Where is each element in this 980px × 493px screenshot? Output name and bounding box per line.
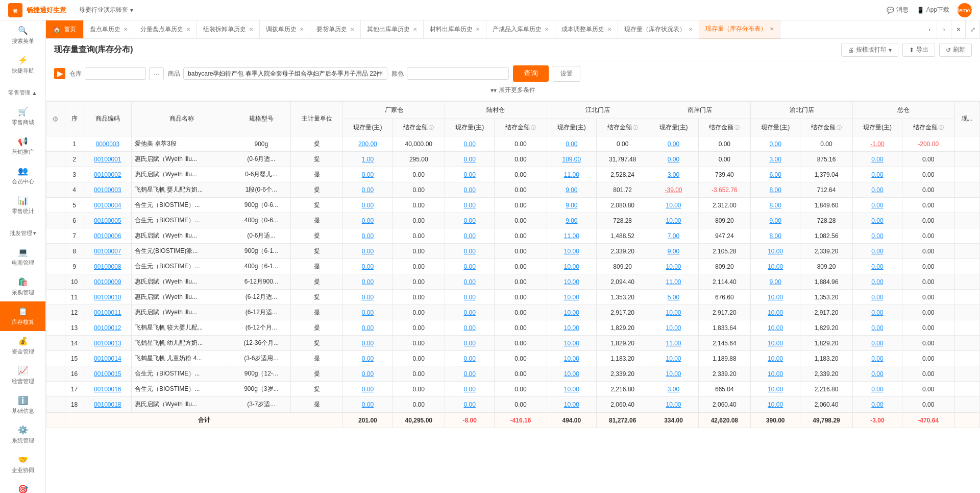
td-jiangbei-qty[interactable]: 10.00	[547, 397, 596, 413]
td-total-qty[interactable]: 0.00	[852, 320, 902, 336]
td-total-qty[interactable]: 0.00	[852, 228, 902, 244]
export-btn[interactable]: ⬆ 导出	[902, 43, 935, 57]
td-total-qty[interactable]: 0.00	[852, 259, 902, 274]
td-lucunCun-qty[interactable]: 0.00	[445, 167, 495, 182]
td-changjiaCun-qty[interactable]: 0.00	[343, 244, 393, 259]
td-total-qty[interactable]: 0.00	[852, 305, 902, 320]
td-jiangbei-qty[interactable]: 10.00	[547, 320, 596, 336]
td-nanan-qty[interactable]: 5.00	[649, 290, 698, 305]
sidebar-item-ecommerce[interactable]: 💻 电商管理	[0, 242, 45, 272]
tab-next-btn[interactable]: ›	[937, 20, 951, 39]
tab-close-5[interactable]: ✕	[350, 27, 354, 32]
tab-prev-btn[interactable]: ‹	[923, 20, 937, 39]
td-yubei-qty[interactable]: 10.00	[751, 259, 800, 274]
td-total-qty[interactable]: 0.00	[852, 213, 902, 228]
sidebar-item-basic[interactable]: ℹ️ 基础信息	[0, 390, 45, 420]
td-nanan-qty[interactable]: 10.00	[649, 397, 698, 413]
td-changjiaCun-qty[interactable]: 0.00	[343, 228, 393, 244]
td-total-qty[interactable]: 0.00	[852, 336, 902, 351]
td-nanan-qty[interactable]: 10.00	[649, 366, 698, 382]
toggle-btn[interactable]: ▶	[54, 68, 65, 79]
td-yubei-qty[interactable]: 6.00	[751, 167, 800, 182]
td-code[interactable]: 00100015	[84, 366, 131, 382]
td-code[interactable]: 0000003	[84, 136, 131, 152]
td-code[interactable]: 00100002	[84, 167, 131, 182]
td-code[interactable]: 00100010	[84, 290, 131, 305]
td-yubei-qty[interactable]: 8.00	[751, 182, 800, 198]
sidebar-item-operation[interactable]: 📈 经营管理	[0, 361, 45, 390]
td-code[interactable]: 00100003	[84, 182, 131, 198]
td-code[interactable]: 00100006	[84, 228, 131, 244]
tab-close-3[interactable]: ✕	[249, 27, 253, 32]
td-jiangbei-qty[interactable]: 10.00	[547, 305, 596, 320]
td-yubei-qty[interactable]: 10.00	[751, 351, 800, 366]
td-changjiaCun-qty[interactable]: 0.00	[343, 198, 393, 213]
td-nanan-qty[interactable]: 9.00	[649, 244, 698, 259]
tab-home[interactable]: 🏠 首页	[46, 20, 84, 39]
td-total-qty[interactable]: 0.00	[852, 152, 902, 167]
tab-material-out[interactable]: 材料出库单历史 ✕	[424, 20, 486, 39]
sidebar-item-retailshop[interactable]: 🛒 零售商城	[0, 102, 45, 131]
td-lucunCun-qty[interactable]: 0.00	[445, 213, 495, 228]
tab-stock-status[interactable]: 现存量（库存状况表） ✕	[618, 20, 699, 39]
td-jiangbei-qty[interactable]: 10.00	[547, 244, 596, 259]
refresh-btn[interactable]: ↺ 刷新	[939, 43, 972, 57]
td-code[interactable]: 00100016	[84, 382, 131, 397]
td-nanan-qty[interactable]: 11.00	[649, 336, 698, 351]
td-code[interactable]: 00100018	[84, 397, 131, 413]
goods-input[interactable]	[183, 67, 387, 80]
td-lucunCun-qty[interactable]: 0.00	[445, 305, 495, 320]
sidebar-item-system[interactable]: ⚙️ 系统管理	[0, 420, 45, 450]
color-input[interactable]	[407, 67, 509, 80]
td-yubei-qty[interactable]: 10.00	[751, 305, 800, 320]
info-icon-4[interactable]: ⓘ	[734, 125, 740, 130]
tab-close-4[interactable]: ✕	[300, 27, 304, 32]
td-yubei-qty[interactable]: 8.00	[751, 198, 800, 213]
td-yubei-qty[interactable]: 8.00	[751, 228, 800, 244]
td-code[interactable]: 00100007	[84, 244, 131, 259]
sidebar-item-purchase[interactable]: 🛍️ 采购管理	[0, 272, 45, 301]
td-lucunCun-qty[interactable]: 0.00	[445, 198, 495, 213]
sidebar-item-search[interactable]: 🔍 搜索英单	[0, 20, 45, 50]
td-yubei-qty[interactable]: 9.00	[751, 274, 800, 290]
td-changjiaCun-qty[interactable]: 0.00	[343, 167, 393, 182]
td-total-qty[interactable]: 0.00	[852, 198, 902, 213]
td-jiangbei-qty[interactable]: 11.00	[547, 228, 596, 244]
td-jiangbei-qty[interactable]: 10.00	[547, 351, 596, 366]
td-jiangbei-qty[interactable]: 11.00	[547, 167, 596, 182]
sidebar-item-finance[interactable]: 💰 资金管理	[0, 331, 45, 361]
td-jiangbei-qty[interactable]: 10.00	[547, 366, 596, 382]
td-total-qty[interactable]: 0.00	[852, 382, 902, 397]
td-yubei-qty[interactable]: 10.00	[751, 366, 800, 382]
td-total-qty[interactable]: 0.00	[852, 167, 902, 182]
td-nanan-qty[interactable]: 0.00	[649, 136, 698, 152]
tab-purchase-order[interactable]: 要货单历史 ✕	[310, 20, 361, 39]
column-settings-icon[interactable]: ⚙	[52, 115, 59, 123]
info-icon-5[interactable]: ⓘ	[837, 125, 842, 130]
tab-inventory-check[interactable]: 盘点单历史 ✕	[84, 20, 134, 39]
td-yubei-qty[interactable]: 10.00	[751, 382, 800, 397]
td-lucunCun-qty[interactable]: 0.00	[445, 274, 495, 290]
td-code[interactable]: 00100001	[84, 152, 131, 167]
sidebar-item-guide[interactable]: 🎯 新手引导	[0, 479, 45, 493]
td-yubei-qty[interactable]: 10.00	[751, 320, 800, 336]
td-lucunCun-qty[interactable]: 0.00	[445, 290, 495, 305]
td-jiangbei-qty[interactable]: 9.00	[547, 182, 596, 198]
tab-other-out[interactable]: 其他出库单历史 ✕	[361, 20, 424, 39]
tab-cost-adj[interactable]: 成本调整单历史 ✕	[555, 20, 618, 39]
sidebar-item-retailstats[interactable]: 📊 零售统计	[0, 191, 45, 220]
td-total-qty[interactable]: 0.00	[852, 397, 902, 413]
tab-expand-btn[interactable]: ⤢	[966, 20, 980, 39]
td-changjiaCun-qty[interactable]: 0.00	[343, 382, 393, 397]
td-yubei-qty[interactable]: 9.00	[751, 213, 800, 228]
expand-conditions-btn[interactable]: ▾▾ 展开更多条件	[491, 86, 535, 95]
td-jiangbei-qty[interactable]: 109.00	[547, 152, 596, 167]
td-nanan-qty[interactable]: 3.00	[649, 167, 698, 182]
td-changjiaCun-qty[interactable]: 0.00	[343, 290, 393, 305]
tab-close-10[interactable]: ✕	[689, 27, 693, 32]
td-lucunCun-qty[interactable]: 0.00	[445, 336, 495, 351]
td-nanan-qty[interactable]: 10.00	[649, 320, 698, 336]
td-lucunCun-qty[interactable]: 0.00	[445, 397, 495, 413]
tab-stock-dist[interactable]: 现存量（库存分布表） ✕	[699, 20, 780, 39]
td-lucunCun-qty[interactable]: 0.00	[445, 366, 495, 382]
